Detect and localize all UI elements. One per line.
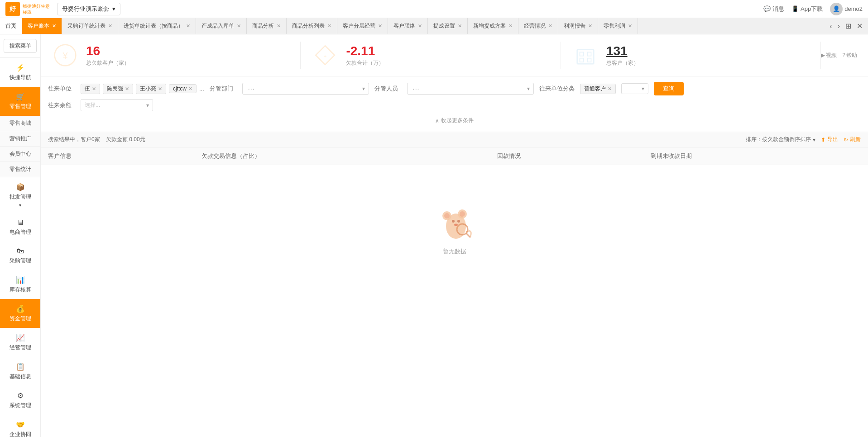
empty-illustration bbox=[434, 201, 475, 242]
tab-next-button[interactable]: › bbox=[836, 21, 842, 31]
person-dots[interactable]: ··· bbox=[413, 85, 420, 92]
tab-close-icon[interactable]: ✕ bbox=[588, 23, 592, 29]
result-actions: 排序：按欠款金额倒序排序 ▾ ⬆ 导出 ↻ 刷新 bbox=[746, 136, 861, 143]
filter-tag-category: 普通客户 ✕ bbox=[580, 84, 616, 94]
stats-row: ¥ 16 总欠款客户（家） + -2.11 欠款合计（ bbox=[41, 34, 868, 76]
sidebar-item-operations-mgmt[interactable]: 📈 经营管理 bbox=[0, 328, 40, 357]
help-button[interactable]: ? 帮助 bbox=[842, 52, 857, 59]
svg-point-13 bbox=[460, 211, 465, 217]
filter-more-tags[interactable]: ... bbox=[199, 86, 204, 92]
tab-product-analysis-list[interactable]: 商品分析列表 ✕ bbox=[287, 18, 337, 34]
sidebar-search-area: 搜索菜单 bbox=[0, 34, 40, 58]
search-menu-button[interactable]: 搜索菜单 bbox=[4, 39, 37, 53]
tab-retail-profit[interactable]: 零售利润 ✕ bbox=[598, 18, 638, 34]
tag-close-cjttcw[interactable]: ✕ bbox=[188, 86, 192, 92]
tab-product-analysis[interactable]: 商品分析 ✕ bbox=[247, 18, 287, 34]
svg-line-18 bbox=[466, 233, 470, 238]
tab-close-icon[interactable]: ✕ bbox=[418, 23, 422, 29]
tab-close-all-button[interactable]: ✕ bbox=[855, 21, 864, 31]
balance-select[interactable]: 选择... ▾ bbox=[81, 99, 153, 111]
tab-product-inbound[interactable]: 产成品入库单 ✕ bbox=[196, 18, 247, 34]
sort-select[interactable]: 排序：按欠款金额倒序排序 ▾ bbox=[746, 136, 815, 143]
tab-prev-button[interactable]: ‹ bbox=[828, 21, 834, 31]
tab-add-commission[interactable]: 新增提成方案 ✕ bbox=[468, 18, 518, 34]
dept-dots[interactable]: ··· bbox=[248, 85, 255, 92]
tab-close-icon[interactable]: ✕ bbox=[237, 23, 241, 29]
data-table: 客户信息 欠款交易信息（占比） 回款情况 到期未收款日期 bbox=[41, 147, 868, 292]
sidebar-item-retail-stats[interactable]: 零售统计 bbox=[0, 162, 40, 177]
sidebar-item-basic-info[interactable]: 📋 基础信息 bbox=[0, 357, 40, 386]
export-button[interactable]: ⬆ 导出 bbox=[821, 136, 838, 143]
tab-label: 采购订单统计表 bbox=[67, 22, 106, 30]
tab-close-icon[interactable]: ✕ bbox=[327, 23, 331, 29]
tab-close-icon[interactable]: ✕ bbox=[277, 23, 281, 29]
tab-close-icon[interactable]: ✕ bbox=[108, 23, 112, 29]
app-download-button[interactable]: 📱 App下载 bbox=[791, 5, 823, 13]
balance-placeholder: 选择... bbox=[85, 101, 100, 109]
sidebar-item-inventory[interactable]: 📊 库存核算 bbox=[0, 270, 40, 299]
store-selector[interactable]: 母婴行业演示账套 ▾ bbox=[57, 3, 120, 15]
person-select[interactable]: ··· ▾ bbox=[407, 83, 534, 95]
tag-close-wang[interactable]: ✕ bbox=[158, 86, 162, 92]
tab-label: 提成设置 bbox=[433, 22, 455, 30]
tab-customer-contact[interactable]: 客户联络 ✕ bbox=[388, 18, 428, 34]
sidebar-item-ecommerce[interactable]: 🖥 电商管理 bbox=[0, 213, 40, 242]
sort-arrow-icon: ▾ bbox=[813, 137, 815, 143]
tab-close-icon[interactable]: ✕ bbox=[508, 23, 513, 29]
sidebar-item-system[interactable]: ⚙ 系统管理 bbox=[0, 386, 40, 415]
video-help-button[interactable]: ▶ 视频 bbox=[821, 52, 837, 59]
ecommerce-icon: 🖥 bbox=[17, 218, 24, 227]
help-icon: ? bbox=[842, 52, 845, 58]
sidebar-item-retail-management[interactable]: 🛒 零售管理 bbox=[0, 87, 40, 116]
sidebar-item-purchase[interactable]: 🛍 采购管理 bbox=[0, 242, 40, 270]
chevron-down-icon: ▾ bbox=[112, 5, 115, 12]
stat-overdue-value: 16 bbox=[86, 44, 129, 58]
filter-row-unit: 往来单位 伍 ✕ 陈民强 ✕ 王小亮 ✕ cjttcw bbox=[48, 82, 861, 95]
sidebar-item-quick-nav[interactable]: ⚡ 快捷导航 bbox=[0, 58, 40, 87]
dept-filter-label: 分管部门 bbox=[210, 85, 237, 93]
tag-close-wu[interactable]: ✕ bbox=[92, 86, 96, 92]
unit-filter-label: 往来单位 bbox=[48, 85, 75, 93]
logo-icon: 好 bbox=[5, 2, 20, 16]
user-menu[interactable]: 👤 demo2 bbox=[830, 3, 863, 15]
tab-close-icon[interactable]: ✕ bbox=[458, 23, 462, 29]
dept-arrow-icon: ▾ bbox=[362, 86, 365, 92]
sidebar-item-finance[interactable]: 💰 资金管理 bbox=[0, 299, 40, 328]
tab-close-icon[interactable]: ✕ bbox=[548, 23, 552, 29]
tab-label: 商品分析列表 bbox=[292, 22, 325, 30]
col-repayment: 回款情况 bbox=[490, 147, 643, 165]
category-select[interactable]: ▾ bbox=[621, 83, 648, 94]
tab-close-icon[interactable]: ✕ bbox=[186, 23, 190, 29]
tab-stock-stats[interactable]: 进货单统计表（按商品） ✕ bbox=[118, 18, 196, 34]
sidebar-item-wholesale[interactable]: 📦 批发管理 ▾ bbox=[0, 177, 40, 213]
stat-overdue-label: 总欠款客户（家） bbox=[86, 59, 129, 67]
tab-close-icon[interactable]: ✕ bbox=[52, 23, 56, 29]
stat-amount-label: 欠款合计（万） bbox=[346, 59, 384, 67]
tab-close-icon[interactable]: ✕ bbox=[628, 23, 632, 29]
tab-close-icon[interactable]: ✕ bbox=[378, 23, 382, 29]
tab-purchase-order[interactable]: 采购订单统计表 ✕ bbox=[62, 18, 118, 34]
message-button[interactable]: 💬 消息 bbox=[763, 5, 784, 13]
sidebar-label: 经营管理 bbox=[10, 344, 31, 352]
sidebar-item-member-center[interactable]: 会员中心 bbox=[0, 147, 40, 162]
sidebar-item-enterprise[interactable]: 🤝 企业协同 bbox=[0, 415, 40, 437]
refresh-button[interactable]: ↻ 刷新 bbox=[844, 136, 861, 143]
tab-customer-tier[interactable]: 客户分层经营 ✕ bbox=[337, 18, 388, 34]
dept-select[interactable]: ··· ▾ bbox=[242, 83, 369, 95]
query-button[interactable]: 查询 bbox=[654, 82, 684, 95]
retail-icon: 🛒 bbox=[16, 92, 25, 101]
sidebar-item-retail-mall[interactable]: 零售商城 bbox=[0, 116, 40, 131]
tag-close-chen[interactable]: ✕ bbox=[125, 86, 129, 92]
collapse-filter-button[interactable]: ∧ 收起更多条件 bbox=[48, 115, 861, 126]
tab-profit-report[interactable]: 利润报告 ✕ bbox=[558, 18, 598, 34]
content-area: ¥ 16 总欠款客户（家） + -2.11 欠款合计（ bbox=[41, 34, 868, 437]
person-filter-label: 分管人员 bbox=[374, 85, 402, 93]
sidebar-item-marketing[interactable]: 营销推广 bbox=[0, 131, 40, 147]
tab-commission-settings[interactable]: 提成设置 ✕ bbox=[428, 18, 468, 34]
tab-operations[interactable]: 经营情况 ✕ bbox=[518, 18, 558, 34]
tab-home[interactable]: 首页 bbox=[0, 18, 22, 34]
tab-expand-button[interactable]: ⊞ bbox=[844, 21, 853, 31]
tab-customer-ledger[interactable]: 客户账本 ✕ bbox=[22, 18, 62, 34]
tag-close-category[interactable]: ✕ bbox=[608, 86, 612, 92]
collapse-icon: ∧ bbox=[435, 118, 439, 124]
